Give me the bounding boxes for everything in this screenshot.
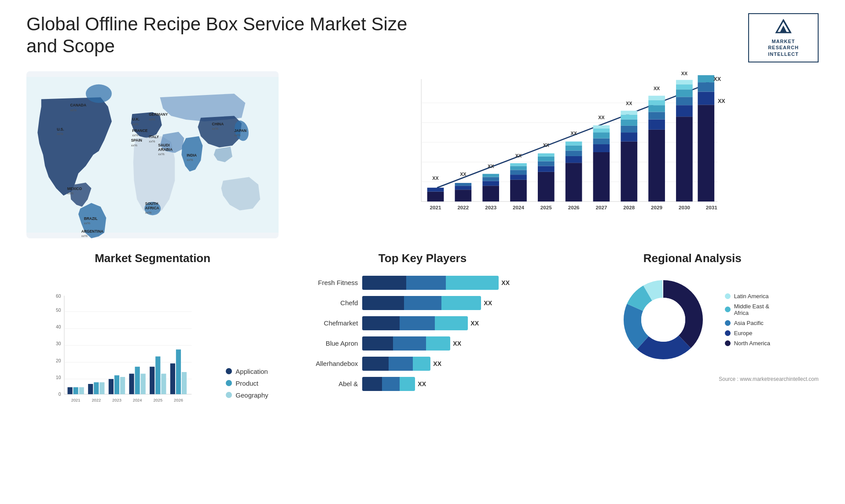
svg-rect-159 <box>182 372 187 394</box>
player-name: Chefd <box>296 299 358 307</box>
legend-item-application: Application <box>226 368 279 375</box>
player-row-chefmarket: Chefmarket XX <box>296 316 548 330</box>
svg-rect-96 <box>621 115 638 120</box>
svg-rect-64 <box>510 175 527 180</box>
svg-rect-111 <box>676 89 693 97</box>
svg-rect-116 <box>698 105 715 201</box>
main-grid: U.S. xx% CANADA xx% MEXICO xx% BRAZIL xx… <box>26 71 819 416</box>
svg-text:XX: XX <box>433 175 439 181</box>
svg-rect-88 <box>593 128 610 132</box>
svg-text:xx%: xx% <box>67 191 74 195</box>
svg-text:CANADA: CANADA <box>70 103 86 107</box>
logo-text: MARKET RESEARCH INTELLECT <box>768 38 799 57</box>
players-section: Top Key Players Fresh Fitness XX <box>296 252 548 416</box>
svg-text:CHINA: CHINA <box>212 121 224 126</box>
svg-rect-155 <box>161 374 166 394</box>
bar-seg2 <box>406 276 446 290</box>
svg-rect-63 <box>510 180 527 201</box>
segmentation-title: Market Segmentation <box>26 252 279 265</box>
svg-text:XX: XX <box>681 71 688 76</box>
regional-title: Regional Analysis <box>566 252 819 265</box>
player-val: XX <box>470 320 479 327</box>
donut-legend-row: Latin America Middle East &Africa Asia P… <box>615 271 770 368</box>
svg-rect-67 <box>510 163 527 166</box>
svg-point-166 <box>641 298 685 342</box>
legend-item-apac: Asia Pacific <box>725 320 770 326</box>
svg-rect-147 <box>120 377 125 394</box>
page-title: Global Offline Recipe Box Service Market… <box>26 13 422 58</box>
player-val: XX <box>418 380 426 387</box>
bar-chart-section: XX 2021 XX 2022 XX 2023 <box>296 71 819 238</box>
svg-rect-53 <box>455 186 472 190</box>
player-name: Chefmarket <box>296 319 358 327</box>
svg-text:XX: XX <box>460 172 467 177</box>
svg-rect-74 <box>538 153 555 157</box>
svg-rect-138 <box>73 387 78 394</box>
seg-legend: Application Product Geography <box>226 368 279 416</box>
svg-rect-118 <box>698 82 715 92</box>
svg-text:2028: 2028 <box>624 205 635 210</box>
bar-chart-svg: XX 2021 XX 2022 XX 2023 <box>301 71 819 225</box>
legend-dot-product <box>226 380 232 386</box>
header: Global Offline Recipe Box Service Market… <box>26 13 819 62</box>
svg-rect-54 <box>455 183 472 186</box>
svg-rect-66 <box>510 166 527 170</box>
svg-rect-158 <box>176 349 181 394</box>
svg-rect-71 <box>538 166 555 172</box>
player-bar <box>362 276 499 290</box>
svg-text:40: 40 <box>56 325 61 329</box>
player-row-allerhandebox: Allerhandebox XX <box>296 357 548 371</box>
svg-rect-57 <box>483 186 500 201</box>
svg-text:xx%: xx% <box>84 221 91 225</box>
player-val: XX <box>433 360 441 367</box>
svg-text:xx%: xx% <box>81 234 88 238</box>
bar-seg2 <box>393 336 426 351</box>
svg-text:XX: XX <box>571 131 577 136</box>
svg-text:0: 0 <box>59 392 61 397</box>
bar-seg1 <box>362 357 389 371</box>
svg-text:xx%: xx% <box>158 152 165 156</box>
svg-rect-78 <box>566 156 582 163</box>
svg-text:xx%: xx% <box>57 132 63 136</box>
legend-dot <box>725 340 731 346</box>
svg-rect-93 <box>621 132 638 142</box>
svg-text:XX: XX <box>626 101 632 106</box>
player-row-blue-apron: Blue Apron XX <box>296 336 548 351</box>
svg-text:SPAIN: SPAIN <box>131 138 142 142</box>
player-bar-wrap: XX <box>362 276 548 290</box>
legend-item-product: Product <box>226 380 279 387</box>
map-container: U.S. xx% CANADA xx% MEXICO xx% BRAZIL xx… <box>26 71 279 238</box>
regional-legend: Latin America Middle East &Africa Asia P… <box>725 293 770 347</box>
player-name: Fresh Fitness <box>296 279 358 286</box>
svg-rect-97 <box>621 111 638 115</box>
bar-seg3 <box>435 316 468 330</box>
svg-rect-104 <box>649 100 665 105</box>
svg-text:xx%: xx% <box>187 158 193 162</box>
svg-text:ITALY: ITALY <box>149 135 159 139</box>
svg-rect-137 <box>67 387 72 394</box>
svg-rect-87 <box>593 132 610 138</box>
svg-text:2023: 2023 <box>112 398 121 402</box>
legend-dot <box>725 293 731 299</box>
legend-item-latin-america: Latin America <box>725 293 770 299</box>
legend-label: Middle East &Africa <box>734 303 769 316</box>
svg-rect-79 <box>566 150 582 156</box>
svg-rect-60 <box>483 174 500 177</box>
svg-text:xx%: xx% <box>132 122 139 126</box>
svg-rect-70 <box>538 172 555 201</box>
legend-dot-application <box>226 368 232 374</box>
svg-point-4 <box>86 84 112 103</box>
seg-chart: 0 10 20 30 40 50 60 <box>26 292 217 415</box>
svg-rect-89 <box>593 125 610 128</box>
svg-rect-92 <box>621 142 638 201</box>
svg-text:60: 60 <box>56 294 61 299</box>
svg-text:U.S.: U.S. <box>57 127 64 131</box>
player-bar <box>362 316 468 330</box>
svg-text:2027: 2027 <box>596 205 607 210</box>
svg-text:2025: 2025 <box>540 205 552 210</box>
svg-rect-146 <box>114 375 119 394</box>
bar-seg1 <box>362 336 393 351</box>
svg-text:XX: XX <box>599 115 605 120</box>
svg-rect-109 <box>676 105 693 117</box>
player-row-abel: Abel & XX <box>296 377 548 391</box>
